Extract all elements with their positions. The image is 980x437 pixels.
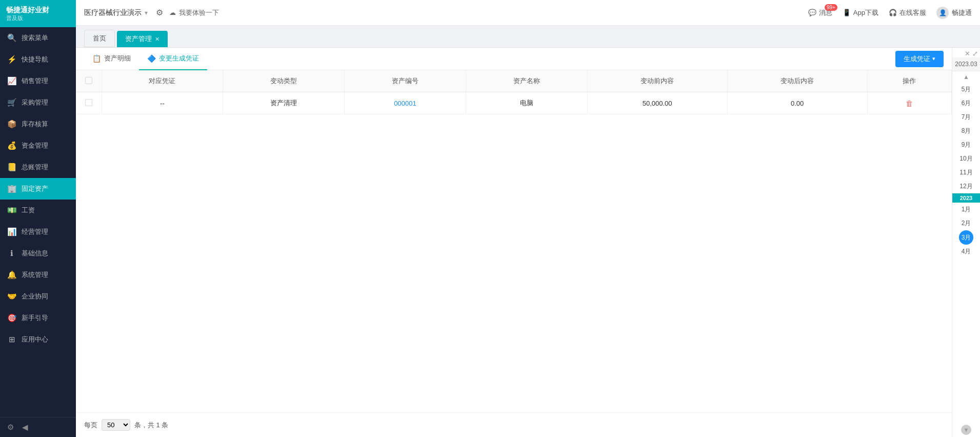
user-profile[interactable]: 👤 畅捷通	[936, 7, 972, 19]
close-panel-icon[interactable]: ✕	[965, 50, 970, 57]
row-checkbox-0[interactable]	[76, 92, 102, 114]
cal-month-1[interactable]: 1月	[952, 203, 980, 216]
sidebar-label-3: 采购管理	[22, 98, 48, 107]
cal-month-10[interactable]: 10月	[952, 152, 980, 166]
tab-close-icon[interactable]: ✕	[155, 36, 159, 43]
col-checkbox	[76, 70, 102, 92]
cal-month-9[interactable]: 9月	[952, 138, 980, 152]
tabs-bar: 首页 资产管理 ✕	[76, 26, 980, 48]
select-all-checkbox[interactable]	[85, 77, 92, 84]
content-main: 📋 资产明细 🔷 变更生成凭证 生成凭证 ▾	[76, 48, 952, 437]
sidebar-item-采购管理[interactable]: 🛒采购管理	[0, 92, 76, 113]
collapse-icon[interactable]: ◀	[22, 423, 28, 432]
per-page-select[interactable]: 50 10 20 100	[102, 419, 130, 431]
cal-month-12[interactable]: 12月	[952, 180, 980, 193]
experience-button[interactable]: ☁ 我要体验一下	[169, 8, 219, 17]
topbar-settings-icon[interactable]: ⚙	[156, 8, 163, 17]
sidebar-item-基础信息[interactable]: ℹ基础信息	[0, 243, 76, 264]
sidebar-icon-8: 💵	[7, 206, 16, 215]
cal-month-7[interactable]: 7月	[952, 110, 980, 124]
cal-year-2023: 2023	[952, 193, 980, 203]
cal-month-8[interactable]: 8月	[952, 124, 980, 138]
tab-asset-detail[interactable]: 📋 资产明细	[84, 48, 139, 70]
row-before-0: 50,000.00	[587, 92, 727, 114]
calendar-panel: ✕ ⤢ 2023.03 ▲ 5月 6月 7月 8月 9月 10月 11月 12月…	[952, 48, 980, 437]
sidebar-item-工资[interactable]: 💵工资	[0, 200, 76, 221]
sidebar-label-7: 固定资产	[22, 184, 48, 193]
cal-month-5[interactable]: 5月	[952, 83, 980, 96]
sidebar-item-新手引导[interactable]: 🎯新手引导	[0, 307, 76, 329]
sidebar-item-应用中心[interactable]: ⊞应用中心	[0, 329, 76, 350]
sidebar-item-系统管理[interactable]: 🔔系统管理	[0, 264, 76, 286]
tab-home[interactable]: 首页	[84, 30, 115, 47]
down-circle-icon[interactable]: ▼	[961, 425, 971, 435]
sidebar-item-销售管理[interactable]: 📈销售管理	[0, 70, 76, 92]
sidebar-bottom: ⚙ ◀	[0, 417, 76, 437]
online-service-button[interactable]: 🎧 在线客服	[889, 8, 926, 17]
cal-month-2[interactable]: 2月	[952, 216, 980, 230]
row-asset-name-0: 电脑	[466, 92, 587, 114]
messages-button[interactable]: 💬 消息 99+	[808, 8, 832, 17]
sidebar-item-快捷导航[interactable]: ⚡快捷导航	[0, 49, 76, 70]
sidebar-label-0: 搜索菜单	[22, 33, 48, 43]
sidebar-label-10: 基础信息	[22, 249, 48, 258]
sidebar-label-11: 系统管理	[22, 270, 48, 280]
row-asset-no-0: 000001	[345, 92, 466, 114]
calendar-up-icon[interactable]: ▲	[952, 71, 980, 83]
username: 畅捷通	[952, 8, 972, 17]
messages-badge: 99+	[825, 4, 837, 11]
delete-icon[interactable]: 🗑	[906, 99, 913, 108]
calendar-items: 5月 6月 7月 8月 9月 10月 11月 12月 2023 1月 2月 3月…	[952, 83, 980, 423]
tab-change-voucher[interactable]: 🔷 变更生成凭证	[139, 48, 207, 70]
sidebar-label-2: 销售管理	[22, 76, 48, 86]
home-tab-label: 首页	[93, 34, 106, 43]
row-change-type-0: 资产清理	[223, 92, 345, 114]
sidebar-icon-12: 🤝	[7, 292, 16, 301]
cal-month-4[interactable]: 4月	[952, 245, 980, 259]
asset-tab-label: 资产管理	[125, 34, 152, 44]
sidebar-item-搜索菜单[interactable]: 🔍搜索菜单	[0, 27, 76, 49]
expand-panel-icon[interactable]: ⤢	[972, 50, 978, 57]
sidebar-icon-9: 📊	[7, 227, 16, 236]
messages-icon: 💬	[808, 9, 816, 16]
app-download-label: App下载	[853, 8, 878, 17]
tab-asset-management[interactable]: 资产管理 ✕	[117, 31, 168, 47]
table-row: -- 资产清理 000001 电脑 50,000.00 0.00 🗑	[76, 92, 952, 114]
sidebar-item-资金管理[interactable]: 💰资金管理	[0, 135, 76, 156]
sidebar-icon-4: 📦	[7, 120, 16, 129]
headset-icon: 🎧	[889, 9, 897, 16]
sidebar-item-企业协同[interactable]: 🤝企业协同	[0, 286, 76, 307]
calendar-down-icon[interactable]: ▼	[952, 423, 980, 437]
sidebar-icon-2: 📈	[7, 76, 16, 86]
asset-detail-label: 资产明细	[104, 54, 131, 63]
cal-month-6[interactable]: 6月	[952, 96, 980, 110]
generate-voucher-button[interactable]: 生成凭证 ▾	[895, 51, 944, 67]
row-after-0: 0.00	[727, 92, 867, 114]
phone-icon: 📱	[843, 9, 851, 16]
row-action-0[interactable]: 🗑	[867, 92, 951, 114]
cal-month-11[interactable]: 11月	[952, 166, 980, 180]
col-before: 变动前内容	[587, 70, 727, 92]
online-service-label: 在线客服	[899, 8, 926, 17]
app-download-button[interactable]: 📱 App下载	[843, 8, 878, 17]
sidebar-label-13: 新手引导	[22, 313, 48, 323]
calendar-header: 2023.03	[952, 57, 980, 71]
pagination: 每页 50 10 20 100 条，共 1 条	[76, 412, 952, 437]
logo-subtitle: 普及版	[6, 14, 49, 22]
cal-month-3-active[interactable]: 3月	[959, 230, 973, 245]
sidebar-label-5: 资金管理	[22, 141, 48, 150]
sidebar-item-总账管理[interactable]: 📒总账管理	[0, 156, 76, 178]
sidebar-label-14: 应用中心	[22, 335, 48, 344]
sidebar-item-固定资产[interactable]: 🏢固定资产	[0, 178, 76, 200]
content-area: 📋 资产明细 🔷 变更生成凭证 生成凭证 ▾	[76, 48, 980, 437]
settings-icon[interactable]: ⚙	[7, 423, 14, 432]
sidebar-label-1: 快捷导航	[22, 55, 48, 64]
sidebar-item-经营管理[interactable]: 📊经营管理	[0, 221, 76, 243]
col-after: 变动后内容	[727, 70, 867, 92]
sidebar-item-库存核算[interactable]: 📦库存核算	[0, 113, 76, 135]
logo-title: 畅捷通好业财	[6, 5, 49, 14]
company-name: 医疗器械行业演示	[84, 8, 142, 17]
logo-text-block: 畅捷通好业财 普及版	[6, 5, 49, 22]
company-selector[interactable]: 医疗器械行业演示 ▾	[84, 8, 148, 17]
sidebar-label-4: 库存核算	[22, 120, 48, 129]
